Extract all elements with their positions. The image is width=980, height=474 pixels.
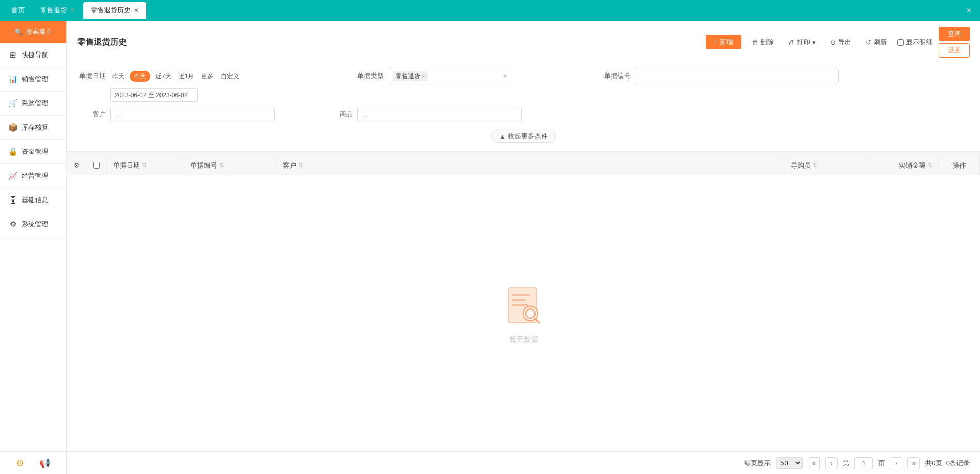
next-page-btn[interactable]: › (890, 457, 902, 469)
date-filter-label: 单据日期 (77, 71, 106, 81)
date-range-value[interactable]: 2023-06-02 至 2023-06-02 (110, 88, 198, 102)
th-checkbox[interactable] (86, 156, 107, 175)
prev-page-btn[interactable]: ‹ (825, 457, 838, 469)
bill-type-select[interactable]: 零售退货 × ▾ (388, 69, 511, 83)
last-page-btn[interactable]: » (907, 457, 920, 469)
empty-state: 暂无数据 (67, 175, 980, 451)
page-header: 零售退货历史 + 新增 🗑 删除 🖨 打印 ▾ ⊙ 导出 (67, 21, 980, 152)
sort-customer-icon[interactable]: ⇅ (298, 162, 303, 169)
basic-info-icon: 🗄 (8, 195, 17, 205)
sidebar-item-sales[interactable]: 📊 销售管理 (0, 67, 66, 92)
sidebar: 🔍 搜索菜单 ⊞ 快捷导航 📊 销售管理 🛒 采购管理 📦 库存核算 🔒 (0, 21, 67, 474)
select-all-checkbox[interactable] (93, 162, 100, 169)
pagination-summary: 共0页, 0条记录 (925, 459, 970, 468)
sales-icon: 📊 (8, 75, 17, 84)
th-date: 单据日期 ⇅ (107, 156, 184, 175)
bill-no-label: 单据编号 (602, 71, 631, 81)
collapse-icon: ▲ (499, 133, 506, 140)
today-btn[interactable]: 今天 (130, 71, 150, 82)
per-page-select[interactable]: 50 20 100 (776, 457, 803, 469)
quick-nav-icon: ⊞ (8, 50, 17, 60)
th-customer: 客户 ⇅ (277, 156, 785, 175)
custom-btn[interactable]: 自定义 (219, 71, 241, 82)
bill-type-filter-item: 单据类型 零售退货 × ▾ (355, 69, 592, 83)
export-icon: ⊙ (830, 39, 836, 46)
sidebar-audio-icon[interactable]: 📢 (39, 458, 50, 469)
per-page-label: 每页显示 (744, 459, 771, 468)
tab-home[interactable]: 首页 (4, 2, 32, 19)
empty-text: 暂无数据 (509, 335, 538, 344)
filter-area: 单据日期 昨天 今天 近7天 近1月 更多 自定义 单据类型 (77, 64, 970, 151)
print-chevron-icon: ▾ (812, 39, 816, 46)
sidebar-item-purchase[interactable]: 🛒 采购管理 (0, 92, 66, 116)
sidebar-item-finance[interactable]: 🔒 资金管理 (0, 140, 66, 164)
settings-button[interactable]: 设置 (939, 43, 970, 58)
sidebar-search[interactable]: 🔍 搜索菜单 (0, 21, 66, 43)
sidebar-bottom: ⚙ 📢 (0, 451, 66, 474)
show-detail-checkbox[interactable] (897, 39, 904, 46)
main-layout: 🔍 搜索菜单 ⊞ 快捷导航 📊 销售管理 🛒 采购管理 📦 库存核算 🔒 (0, 21, 980, 474)
sidebar-item-inventory[interactable]: 📦 库存核算 (0, 116, 66, 140)
table-area: ⚙ 单据日期 ⇅ 单据编号 ⇅ 客户 ⇅ 导购员 (67, 156, 980, 474)
purchase-icon: 🛒 (8, 99, 17, 108)
goods-filter-item: 商品 … (324, 107, 561, 121)
table-header: ⚙ 单据日期 ⇅ 单据编号 ⇅ 客户 ⇅ 导购员 (67, 156, 980, 175)
sidebar-item-basic-info[interactable]: 🗄 基础信息 (0, 188, 66, 212)
last1month-btn[interactable]: 近1月 (176, 71, 197, 82)
page-header-top: 零售退货历史 + 新增 🗑 删除 🖨 打印 ▾ ⊙ 导出 (77, 27, 970, 58)
date-range-display: 2023-06-02 至 2023-06-02 (110, 88, 970, 102)
svg-rect-2 (512, 299, 526, 301)
settings-icon: ⚙ (74, 161, 80, 169)
page-title: 零售退货历史 (77, 37, 127, 48)
filter-row-1: 单据日期 昨天 今天 近7天 近1月 更多 自定义 单据类型 (77, 69, 970, 83)
sidebar-item-operations[interactable]: 📈 经营管理 (0, 164, 66, 188)
more-btn[interactable]: 更多 (199, 71, 216, 82)
sidebar-item-quick-nav[interactable]: ⊞ 快捷导航 (0, 43, 66, 67)
collapse-bar[interactable]: ▲ 收起更多条件 (77, 126, 970, 146)
delete-icon: 🗑 (752, 39, 758, 46)
pagination-bar: 每页显示 50 20 100 « ‹ 第 页 › » 共0页, 0条记录 (67, 451, 980, 474)
goods-select[interactable]: … (357, 107, 522, 121)
sidebar-item-system[interactable]: ⚙ 系统管理 (0, 212, 66, 236)
last7days-btn[interactable]: 近7天 (153, 71, 173, 82)
page-label: 第 (843, 459, 849, 468)
query-button[interactable]: 查询 (939, 27, 970, 41)
empty-icon (501, 283, 547, 329)
first-page-btn[interactable]: « (808, 457, 820, 469)
date-filter-item: 单据日期 昨天 今天 近7天 近1月 更多 自定义 (77, 71, 345, 82)
new-button[interactable]: + 新增 (706, 35, 741, 49)
svg-rect-1 (512, 294, 530, 296)
sort-no-icon[interactable]: ⇅ (219, 162, 224, 169)
th-action: 操作 (939, 156, 980, 175)
sort-amount-icon[interactable]: ⇅ (928, 162, 932, 169)
tab-retail-return[interactable]: 零售退货 ✕ (33, 2, 82, 19)
window-close-btn[interactable]: ✕ (962, 5, 976, 16)
sidebar-nav: ⊞ 快捷导航 📊 销售管理 🛒 采购管理 📦 库存核算 🔒 资金管理 📈 (0, 43, 66, 451)
search-icon: 🔍 (14, 28, 23, 36)
bill-no-filter-item: 单据编号 (602, 69, 839, 83)
sort-date-icon[interactable]: ⇅ (142, 162, 147, 169)
top-bar: 首页 零售退货 ✕ 零售退货历史 ✕ ✕ (0, 0, 980, 21)
sort-guide-icon[interactable]: ⇅ (813, 162, 817, 169)
print-button[interactable]: 🖨 打印 ▾ (784, 35, 820, 49)
export-button[interactable]: ⊙ 导出 (826, 35, 856, 49)
yesterday-btn[interactable]: 昨天 (110, 71, 127, 82)
bill-type-tag-close[interactable]: × (422, 73, 425, 79)
show-detail-checkbox-label[interactable]: 显示明细 (897, 38, 933, 47)
bill-type-label: 单据类型 (355, 71, 384, 81)
bill-no-input[interactable] (635, 69, 839, 83)
delete-button[interactable]: 🗑 删除 (747, 35, 778, 49)
tab-retail-return-history[interactable]: 零售退货历史 ✕ (83, 2, 146, 19)
tab-retail-return-history-close[interactable]: ✕ (134, 7, 139, 14)
print-icon: 🖨 (788, 39, 795, 46)
refresh-button[interactable]: ↺ 刷新 (862, 35, 891, 49)
page-input[interactable] (854, 457, 873, 469)
customer-select[interactable]: … (110, 107, 275, 121)
customer-filter-item: 客户 … (77, 107, 314, 121)
tab-retail-return-close[interactable]: ✕ (70, 7, 75, 14)
content-area: 零售退货历史 + 新增 🗑 删除 🖨 打印 ▾ ⊙ 导出 (67, 21, 980, 474)
th-settings[interactable]: ⚙ (67, 156, 86, 175)
sidebar-settings-icon[interactable]: ⚙ (16, 458, 24, 469)
th-amount: 实销金额 ⇅ (867, 156, 939, 175)
collapse-button[interactable]: ▲ 收起更多条件 (491, 130, 556, 143)
